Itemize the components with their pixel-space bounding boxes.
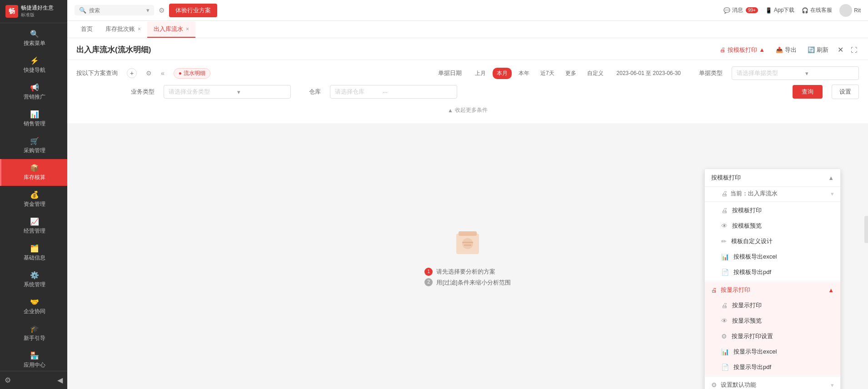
print-template-preview-icon: 👁 — [721, 222, 728, 229]
app-version: 标准版 — [21, 12, 54, 18]
print-dropdown-icon[interactable]: ▲ — [759, 46, 765, 53]
type-select-placeholder: 请选择单据类型 — [737, 69, 778, 77]
warehouse-filter-select[interactable]: 请选择仓库 ··· — [330, 85, 457, 99]
filter-row-1: 按以下方案查询 + ⚙ « ● 流水明细 单据日期 上月 本月 本年 — [76, 66, 859, 80]
filter-settings-icon[interactable]: ⚙ — [146, 70, 152, 77]
search-icon: 🔍 — [30, 30, 39, 38]
tab-batch[interactable]: 库存批次账 × — [99, 21, 147, 38]
collapse-up-icon: ▲ — [448, 107, 453, 114]
logo-icon: 畅 — [5, 5, 18, 18]
print-template-print-item[interactable]: 🖨 按模板打印 — [705, 203, 840, 218]
filter-row-2: 业务类型 请选择业务类型 ▾ 仓库 请选择仓库 ··· 查询 设置 — [76, 85, 859, 99]
app-download-btn[interactable]: 📱 App下载 — [765, 6, 794, 14]
query-button[interactable]: 查询 — [793, 85, 823, 99]
divider-3 — [705, 376, 840, 376]
page-header: 出入库流水(流水明细) 🖨 按模板打印 ▲ 📤 导出 🔄 刷新 — [67, 38, 868, 60]
sidebar-item-marketing[interactable]: 📢 营销推广 — [0, 79, 67, 105]
sidebar-item-sales[interactable]: 📊 销售管理 — [0, 105, 67, 132]
sidebar-item-shortcut[interactable]: ⚡ 快捷导航 — [0, 52, 67, 79]
topbar-right: 💬 消息 99+ 📱 App下载 🎧 在线客服 Rit — [723, 4, 861, 17]
print-template-print-label: 按模板打印 — [732, 206, 762, 214]
print-dropdown-panel: 按模板打印 ▲ 🖨 当前：出入库流水 ▾ 🖨 按模板打印 — [704, 169, 841, 389]
page-header-actions: 🖨 按模板打印 ▲ 📤 导出 🔄 刷新 ✕ ⛶ — [716, 44, 859, 56]
display-print-settings-item[interactable]: ⚙ 按显示打印设置 — [705, 329, 840, 344]
collapse-more-label: 收起更多条件 — [455, 106, 488, 114]
tab-batch-close[interactable]: × — [138, 26, 141, 32]
display-print-collapse-icon[interactable]: ▲ — [828, 287, 834, 294]
search-dropdown-icon[interactable]: ▾ — [146, 7, 150, 14]
display-pdf-item[interactable]: 📄 按显示导出pdf — [705, 359, 840, 375]
app-logo: 畅 畅捷通好生意 标准版 — [0, 0, 67, 23]
step1-num: 1 — [424, 268, 433, 276]
sidebar-item-appstore[interactable]: 🏪 应用中心 — [0, 347, 67, 371]
sidebar-item-basic[interactable]: 🗂️ 基础信息 — [0, 239, 67, 266]
print-current-item[interactable]: 🖨 当前：出入库流水 ▾ — [705, 187, 840, 200]
display-settings-icon: ⚙ — [721, 333, 727, 340]
sidebar-item-search[interactable]: 🔍 搜索菜单 — [0, 25, 67, 52]
tab-flow-close[interactable]: × — [186, 26, 189, 32]
finance-icon: 💰 — [30, 190, 39, 199]
headset-icon: 🎧 — [802, 7, 808, 14]
default-settings-item[interactable]: ⚙ 设置默认功能 ▾ — [705, 377, 840, 389]
corp-icon: 🤝 — [30, 298, 39, 306]
export-btn[interactable]: 📤 导出 — [772, 44, 800, 56]
search-input[interactable] — [89, 7, 144, 14]
date-range-display: 2023-06-01 至 2023-06-30 — [617, 70, 681, 77]
display-print-item[interactable]: 🖨 按显示打印 — [705, 298, 840, 313]
close-btn[interactable]: ✕ — [836, 44, 845, 56]
sidebar-item-label: 经营管理 — [24, 227, 45, 235]
sidebar-item-system[interactable]: ⚙️ 系统管理 — [0, 266, 67, 293]
export-label: 导出 — [785, 46, 797, 54]
sidebar-item-operations[interactable]: 📈 经营管理 — [0, 213, 67, 239]
expand-btn[interactable]: ⛶ — [849, 45, 859, 55]
display-excel-item[interactable]: 📊 按显示导出excel — [705, 344, 840, 359]
footer-settings-icon[interactable]: ⚙ — [5, 376, 11, 384]
business-filter-select[interactable]: 请选择业务类型 ▾ — [164, 85, 291, 99]
sidebar-item-guide[interactable]: 🎓 新手引导 — [0, 320, 67, 347]
date-btn-more[interactable]: 更多 — [561, 68, 580, 79]
message-btn[interactable]: 💬 消息 99+ — [723, 6, 758, 14]
user-name: Rit — [854, 7, 861, 14]
tab-home[interactable]: 首页 — [75, 21, 99, 38]
print-template-preview-item[interactable]: 👁 按模板预览 — [705, 218, 840, 234]
sidebar-item-label: 销售管理 — [24, 120, 45, 128]
industry-btn[interactable]: 体验行业方案 — [169, 4, 217, 17]
date-btn-this-month[interactable]: 本月 — [493, 68, 512, 79]
tab-flow[interactable]: 出入库流水 × — [147, 21, 195, 38]
settings-button[interactable]: 设置 — [832, 85, 859, 99]
default-settings-icon: ⚙ — [711, 381, 717, 389]
right-scroll-handle[interactable] — [864, 216, 868, 243]
footer-collapse-icon[interactable]: ◀ — [57, 376, 63, 384]
active-filter-tag[interactable]: ● 流水明细 — [174, 68, 210, 79]
print-template-pdf-item[interactable]: 📄 按模板导出pdf — [705, 264, 840, 280]
add-filter-btn[interactable]: + — [127, 68, 137, 78]
search-box[interactable]: 🔍 ▾ — [75, 5, 154, 15]
print-dropdown-close-icon[interactable]: ▲ — [828, 175, 834, 181]
svg-point-2 — [462, 238, 473, 249]
date-btn-custom[interactable]: 自定义 — [583, 68, 608, 79]
refresh-btn[interactable]: 🔄 刷新 — [804, 44, 832, 56]
print-template-excel-item[interactable]: 📊 按模板导出excel — [705, 249, 840, 264]
display-print-header[interactable]: 🖨 按显示打印 ▲ — [705, 282, 840, 298]
settings-icon[interactable]: ⚙ — [159, 6, 165, 15]
display-preview-item[interactable]: 👁 按显示预览 — [705, 313, 840, 329]
date-btn-7days[interactable]: 近7天 — [536, 68, 559, 79]
print-template-btn[interactable]: 🖨 按模板打印 ▲ — [716, 44, 768, 56]
sidebar-item-finance[interactable]: 💰 资金管理 — [0, 186, 67, 213]
date-btn-this-year[interactable]: 本年 — [514, 68, 534, 79]
type-filter-select[interactable]: 请选择单据类型 ▾ — [732, 66, 859, 80]
sidebar-item-inventory[interactable]: 📦 库存核算 — [0, 159, 67, 186]
business-label: 业务类型 — [131, 88, 155, 96]
user-profile[interactable]: Rit — [839, 4, 861, 17]
collapse-more-btn[interactable]: ▲ 收起更多条件 — [76, 104, 859, 117]
empty-steps: 1 请先选择要分析的方案 2 用[过滤]条件来缩小分析范围 — [424, 266, 510, 288]
print-template-design-item[interactable]: ✏ 模板自定义设计 — [705, 234, 840, 249]
template-design-label: 模板自定义设计 — [731, 237, 773, 245]
sidebar-item-purchase[interactable]: 🛒 采购管理 — [0, 132, 67, 159]
sidebar-item-corp[interactable]: 🤝 企业协同 — [0, 293, 67, 320]
app-icon: 📱 — [765, 7, 772, 14]
date-btn-last-month[interactable]: 上月 — [471, 68, 490, 79]
filter-collapse-icon[interactable]: « — [161, 70, 165, 77]
divider-1 — [705, 201, 840, 202]
customer-service-btn[interactable]: 🎧 在线客服 — [802, 6, 832, 14]
